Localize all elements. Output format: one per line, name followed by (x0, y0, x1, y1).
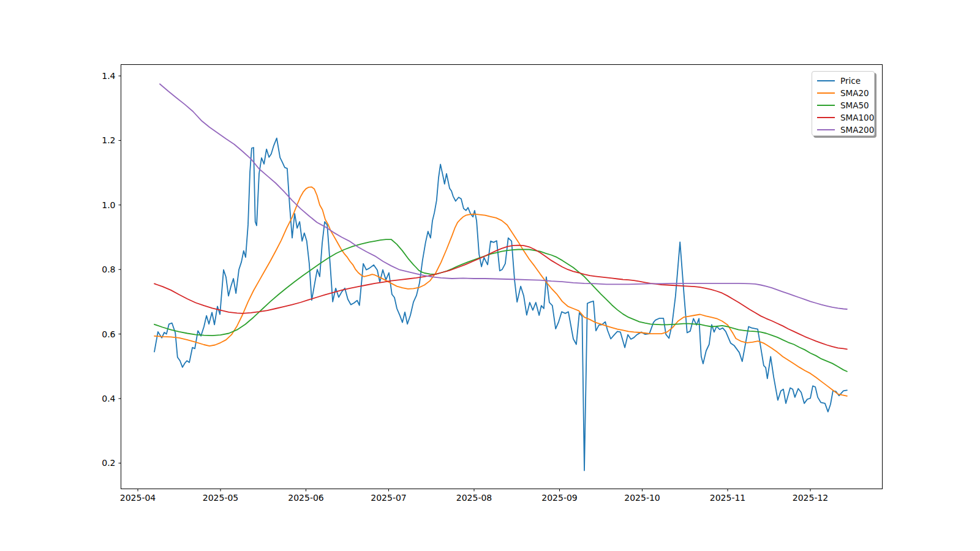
x-tick-label: 2025-06 (288, 493, 324, 503)
y-tick-label: 0.6 (102, 329, 115, 339)
sma20-line-sample-icon (817, 92, 835, 94)
x-tick-label: 2025-09 (541, 493, 578, 503)
legend-label-sma100: SMA100 (840, 111, 874, 124)
legend-row-sma200: SMA200 (817, 124, 874, 136)
price-line-sample-icon (817, 80, 835, 81)
y-tick-label: 1.2 (102, 135, 115, 145)
legend: Price SMA20 SMA50 SMA100 SMA200 (812, 71, 875, 136)
x-tick-label: 2025-04 (120, 493, 156, 503)
sma50-line-sample-icon (817, 105, 835, 106)
legend-row-sma100: SMA100 (817, 111, 874, 124)
legend-row-sma20: SMA20 (817, 87, 874, 99)
x-tick-label: 2025-07 (371, 493, 407, 503)
legend-label-sma50: SMA50 (840, 99, 869, 111)
legend-row-sma50: SMA50 (817, 99, 874, 111)
x-tick-label: 2025-12 (793, 493, 829, 503)
legend-label-sma200: SMA200 (840, 124, 874, 136)
sma200-line-sample-icon (817, 129, 835, 130)
sma100-line-sample-icon (817, 117, 835, 118)
legend-row-price: Price (817, 75, 874, 87)
legend-label-sma20: SMA20 (840, 87, 869, 99)
y-tick-label: 0.4 (102, 394, 115, 403)
x-tick-label: 2025-08 (456, 493, 492, 503)
x-tick-label: 2025-11 (710, 493, 746, 503)
x-tick-label: 2025-10 (624, 493, 660, 503)
legend-label-price: Price (840, 75, 861, 87)
y-tick-label: 1.4 (102, 71, 115, 81)
y-tick-label: 1.0 (102, 200, 115, 210)
matplotlib-figure: 2025-042025-052025-062025-072025-082025-… (0, 0, 980, 551)
y-tick-label: 0.2 (102, 458, 115, 468)
x-tick-label: 2025-05 (203, 493, 239, 503)
y-tick-label: 0.8 (102, 264, 115, 274)
